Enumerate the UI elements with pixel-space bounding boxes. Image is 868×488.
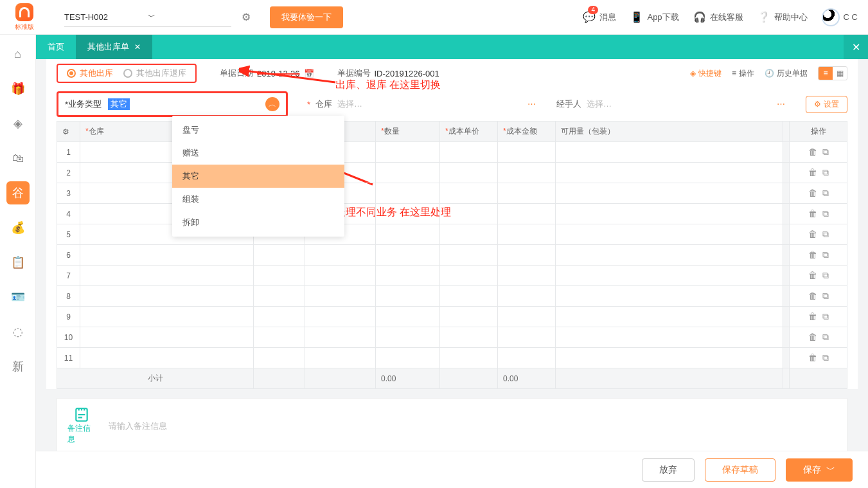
phone-icon: 📱 [630,11,643,23]
trial-button[interactable]: 我要体验一下 [270,6,343,28]
chevron-down-icon: ﹀ [148,12,231,23]
message-badge: 4 [588,6,598,14]
gear-icon[interactable]: ⚙ [242,11,251,23]
help-button[interactable]: ❔ 帮助中心 [757,11,808,23]
headset-icon: 🎧 [693,11,706,23]
app-download-button[interactable]: 📱 App下载 [630,11,678,23]
logo: 标准版 [10,3,39,32]
user-menu[interactable]: C C [822,8,858,26]
org-name: TEST-H002 [64,12,148,22]
app-header: 标准版 TEST-H002 ﹀ ⚙ 我要体验一下 💬 4 消息 📱 App下载 … [0,0,868,35]
org-selector[interactable]: TEST-H002 ﹀ [64,8,231,27]
help-icon: ❔ [757,11,770,23]
messages-label: 消息 [599,12,616,23]
logo-icon [15,3,33,21]
logo-text: 标准版 [15,23,34,32]
header-right: 💬 4 消息 📱 App下载 🎧 在线客服 ❔ 帮助中心 C C [583,8,858,26]
messages-button[interactable]: 💬 4 消息 [583,11,616,23]
support-button[interactable]: 🎧 在线客服 [693,11,743,23]
avatar-icon [822,8,840,26]
